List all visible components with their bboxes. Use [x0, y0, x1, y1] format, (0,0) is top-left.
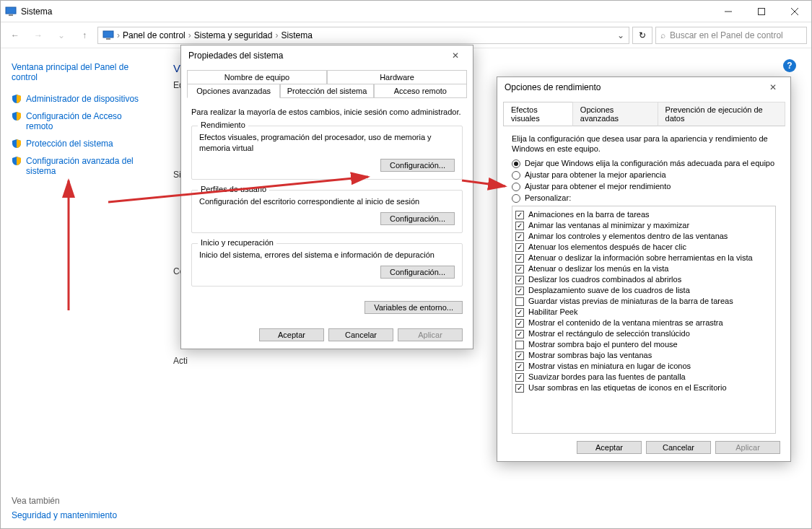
profiles-settings-button[interactable]: Configuración... [380, 212, 455, 225]
checkbox-icon: ✓ [515, 276, 524, 284]
effect-checkbox[interactable]: ✓Habilitar Peek [515, 307, 772, 318]
sidebar-task-protection[interactable]: Protección del sistema [12, 139, 146, 149]
recent-button[interactable]: ⌄ [51, 25, 71, 45]
tab-computer-name[interactable]: Nombre de equipo [187, 70, 327, 84]
close-button[interactable] [778, 1, 811, 22]
tab-remote[interactable]: Acceso remoto [374, 84, 467, 98]
address-dropdown-icon[interactable]: ⌄ [617, 30, 624, 40]
radio-custom[interactable]: Personalizar: [512, 193, 776, 203]
startup-settings-button[interactable]: Configuración... [380, 266, 455, 279]
effect-checkbox[interactable]: ✓Atenuar los elementos después de hacer … [515, 242, 772, 253]
ok-button[interactable]: Aceptar [577, 441, 642, 454]
effect-checkbox[interactable]: ✓Atenuar o deslizar la información sobre… [515, 253, 772, 263]
effect-checkbox[interactable]: ✓Animar los controles y elementos dentro… [515, 231, 772, 242]
up-button[interactable]: ↑ [74, 25, 95, 45]
effects-checklist[interactable]: ✓Animaciones en la barra de tareas✓Anima… [512, 206, 776, 434]
breadcrumb-0[interactable]: Panel de control [123, 30, 185, 40]
checkbox-label: Usar sombras en las etiquetas de iconos … [528, 383, 727, 392]
performance-settings-button[interactable]: Configuración... [380, 159, 455, 172]
sidebar-task-devices[interactable]: Administrador de dispositivos [12, 94, 146, 104]
checkbox-label: Mostrar el rectángulo de selección trans… [528, 329, 690, 338]
help-icon[interactable]: ? [783, 59, 796, 72]
effect-checkbox[interactable]: ✓Atenuar o deslizar los menús en la vist… [515, 263, 772, 274]
checkbox-label: Animaciones en la barra de tareas [528, 210, 650, 219]
group-desc: Configuración del escritorio correspondi… [199, 196, 455, 206]
profiles-group: Perfiles de usuario Configuración del es… [191, 190, 463, 233]
effect-checkbox[interactable]: ✓Deslizar los cuadros combinados al abri… [515, 274, 772, 285]
ok-button[interactable]: Aceptar [259, 328, 324, 341]
checkbox-icon: ✓ [515, 232, 524, 241]
checkbox-icon: ✓ [515, 265, 524, 274]
see-also-link[interactable]: Seguridad y mantenimiento [12, 510, 117, 520]
apply-button[interactable]: Aplicar [398, 328, 463, 341]
minimize-button[interactable] [712, 1, 745, 22]
effect-checkbox[interactable]: Mostrar sombra bajo el puntero del mouse [515, 339, 772, 350]
shield-icon [12, 111, 22, 121]
checkbox-icon: ✓ [515, 384, 524, 393]
effect-checkbox[interactable]: ✓Mostrar el rectángulo de selección tran… [515, 328, 772, 339]
sidebar-task-advanced[interactable]: Configuración avanzada del sistema [12, 156, 146, 176]
checkbox-label: Habilitar Peek [528, 307, 577, 316]
control-panel-home-link[interactable]: Ventana principal del Panel de control [12, 62, 146, 82]
checkbox-label: Atenuar o deslizar la información sobre … [528, 253, 753, 262]
environment-variables-button[interactable]: Variables de entorno... [364, 301, 463, 314]
address-bar[interactable]: › Panel de control › Sistema y seguridad… [97, 27, 629, 44]
radio-icon [512, 159, 520, 168]
apply-button[interactable]: Aplicar [715, 441, 780, 454]
checkbox-icon: ✓ [515, 254, 524, 263]
checkbox-label: Atenuar o deslizar los menús en la vista [528, 264, 668, 273]
effect-checkbox[interactable]: ✓Mostrar sombras bajo las ventanas [515, 350, 772, 361]
radio-best-performance[interactable]: Ajustar para obtener el mejor rendimient… [512, 182, 776, 191]
group-title: Inicio y recuperación [198, 238, 276, 247]
checkbox-icon: ✓ [515, 287, 524, 295]
search-placeholder: Buscar en el Panel de control [670, 30, 783, 40]
refresh-button[interactable]: ↻ [632, 27, 652, 44]
checkbox-label: Desplazamiento suave de los cuadros de l… [528, 286, 690, 294]
radio-let-windows[interactable]: Dejar que Windows elija la configuración… [512, 159, 776, 168]
effect-checkbox[interactable]: ✓Usar sombras en las etiquetas de iconos… [515, 382, 772, 393]
dialog-title: Opciones de rendimiento [505, 82, 601, 92]
shield-icon [12, 139, 22, 149]
radio-icon [512, 171, 520, 180]
sidebar-task-remote[interactable]: Configuración de Acceso remoto [12, 111, 146, 131]
checkbox-label: Atenuar los elementos después de hacer c… [528, 242, 686, 251]
breadcrumb-2[interactable]: Sistema [281, 30, 312, 40]
back-button[interactable]: ← [5, 25, 25, 45]
forward-button[interactable]: → [28, 25, 48, 45]
system-icon [5, 6, 17, 17]
effect-checkbox[interactable]: ✓Animaciones en la barra de tareas [515, 209, 772, 220]
shield-icon [12, 94, 22, 104]
effect-checkbox[interactable]: ✓Animar las ventanas al minimizar y maxi… [515, 220, 772, 231]
tab-hardware[interactable]: Hardware [327, 70, 467, 84]
checkbox-icon: ✓ [515, 308, 524, 317]
checkbox-label: Deslizar los cuadros combinados al abrir… [528, 275, 681, 284]
maximize-button[interactable] [745, 1, 778, 22]
effect-checkbox[interactable]: ✓Suavizar bordes para las fuentes de pan… [515, 372, 772, 382]
tab-visual-effects[interactable]: Efectos visuales [503, 102, 573, 126]
effect-checkbox[interactable]: ✓Mostrar vistas en miniatura en lugar de… [515, 361, 772, 372]
performance-options-dialog: Opciones de rendimiento ✕ Efectos visual… [497, 76, 791, 462]
cancel-button[interactable]: Cancelar [328, 328, 393, 341]
dialog-title: Propiedades del sistema [188, 51, 283, 61]
close-button[interactable]: ✕ [759, 78, 787, 97]
breadcrumb-1[interactable]: Sistema y seguridad [194, 30, 273, 40]
search-input[interactable]: ⌕ Buscar en el Panel de control [655, 27, 807, 44]
checkbox-label: Animar las ventanas al minimizar y maxim… [528, 221, 689, 229]
svg-rect-1 [9, 14, 13, 16]
cancel-button[interactable]: Cancelar [646, 441, 711, 454]
checkbox-label: Suavizar bordes para las fuentes de pant… [528, 372, 686, 381]
address-icon [102, 30, 114, 41]
shield-icon [12, 156, 22, 166]
close-button[interactable]: ✕ [441, 46, 470, 65]
effect-checkbox[interactable]: ✓Desplazamiento suave de los cuadros de … [515, 285, 772, 296]
tab-protection[interactable]: Protección del sistema [280, 84, 373, 98]
radio-best-appearance[interactable]: Ajustar para obtener la mejor apariencia [512, 170, 776, 180]
checkbox-icon: ✓ [515, 351, 524, 360]
checkbox-label: Mostrar vistas en miniatura en lugar de … [528, 362, 691, 370]
tab-dep[interactable]: Prevención de ejecución de datos [658, 102, 785, 126]
effect-checkbox[interactable]: ✓Mostrar el contenido de la ventana mien… [515, 318, 772, 328]
tab-advanced[interactable]: Opciones avanzadas [572, 102, 658, 126]
titlebar: Sistema [1, 1, 811, 22]
tab-advanced[interactable]: Opciones avanzadas [187, 84, 280, 98]
effect-checkbox[interactable]: Guardar vistas previas de miniaturas de … [515, 296, 772, 307]
